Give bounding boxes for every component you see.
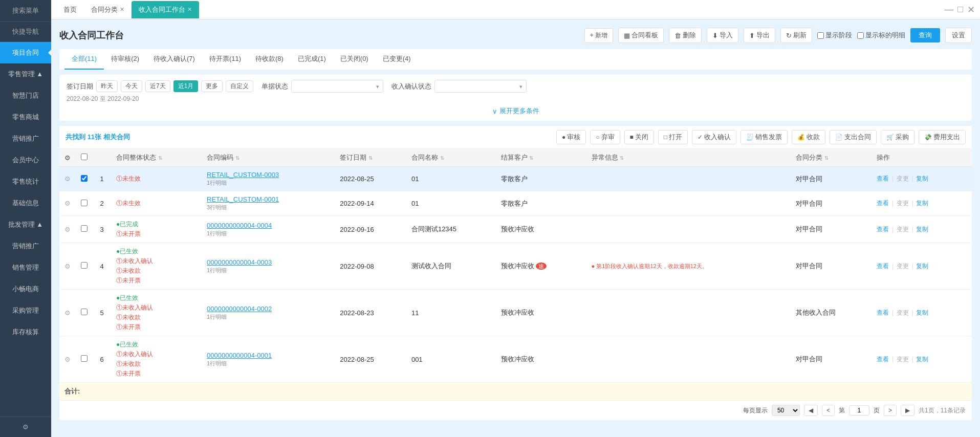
status-tab-pending_confirm[interactable]: 待收入确认(7) <box>146 49 202 70</box>
code-link-2[interactable]: 0000000000004-0004 <box>207 222 272 229</box>
op-查看-3[interactable]: 查看 <box>877 263 889 270</box>
row-checkbox-1[interactable] <box>81 200 88 206</box>
sidebar-item-retailstat[interactable]: 零售统计 <box>0 171 51 192</box>
sort-status-icon[interactable]: ⇅ <box>158 155 162 161</box>
sidebar-item-sales[interactable]: 销售管理 <box>0 257 51 278</box>
action-btn-expense_out[interactable]: 📄支出合同 <box>830 130 877 144</box>
op-变更-5[interactable]: 变更 <box>897 356 909 363</box>
show-detail-checkbox[interactable]: 显示标的明细 <box>857 31 905 40</box>
op-复制-1[interactable]: 复制 <box>916 200 928 207</box>
op-复制-0[interactable]: 复制 <box>916 175 928 182</box>
page-input[interactable] <box>849 405 869 416</box>
next-page-btn[interactable]: > <box>884 405 897 416</box>
row-checkbox-4[interactable] <box>81 309 88 315</box>
op-查看-4[interactable]: 查看 <box>877 309 889 316</box>
op-查看-5[interactable]: 查看 <box>877 356 889 363</box>
code-link-0[interactable]: RETAIL_CUSTOM-0003 <box>207 171 279 179</box>
sidebar-item-marketing[interactable]: 营销推广 <box>0 128 51 149</box>
row-checkbox-3[interactable] <box>81 262 88 269</box>
code-link-5[interactable]: 0000000000004-0001 <box>207 352 272 359</box>
row-checkbox-0[interactable] <box>81 175 88 182</box>
gear-icon[interactable]: ⚙ <box>64 226 71 233</box>
income-confirm-select[interactable] <box>434 80 527 93</box>
show-stage-checkbox[interactable]: 显示阶段 <box>817 31 852 40</box>
row-gear-4[interactable]: ⚙ <box>59 290 76 336</box>
setting-button[interactable]: 设置 <box>945 28 972 43</box>
sort-customer-icon[interactable]: ⇅ <box>529 155 533 161</box>
row-gear-5[interactable]: ⚙ <box>59 336 76 383</box>
row-gear-1[interactable]: ⚙ <box>59 191 76 216</box>
gear-icon[interactable]: ⚙ <box>64 263 71 270</box>
export-button[interactable]: ⬆ 导出 <box>744 28 775 43</box>
gear-icon[interactable]: ⚙ <box>64 175 71 183</box>
row-gear-2[interactable]: ⚙ <box>59 216 76 243</box>
status-tab-pending_invoice[interactable]: 待开票(11) <box>202 49 248 70</box>
sidebar-quicknav[interactable]: 快捷导航 <box>0 22 51 42</box>
last-page-btn[interactable]: ▶ <box>901 405 914 416</box>
op-查看-0[interactable]: 查看 <box>877 175 889 182</box>
doc-status-select[interactable] <box>291 80 383 93</box>
op-查看-2[interactable]: 查看 <box>877 226 889 233</box>
tab-contract-category[interactable]: 合同分类 ✕ <box>84 1 132 18</box>
status-tab-pending_review[interactable]: 待审核(2) <box>104 49 146 70</box>
window-close-icon[interactable]: ✕ <box>967 4 975 15</box>
sidebar-item-inventory[interactable]: 库存核算 <box>0 321 51 343</box>
code-link-3[interactable]: 0000000000004-0003 <box>207 258 272 266</box>
row-gear-3[interactable]: ⚙ <box>59 243 76 290</box>
action-btn-abandon[interactable]: ○弃审 <box>590 130 620 144</box>
status-tab-completed[interactable]: 已完成(1) <box>291 49 333 70</box>
op-变更-2[interactable]: 变更 <box>897 226 909 233</box>
sidebar-item-project[interactable]: 项目合同 <box>0 42 51 63</box>
row-gear-0[interactable]: ⚙ <box>59 167 76 191</box>
op-变更-4[interactable]: 变更 <box>897 309 909 316</box>
status-tab-closed[interactable]: 已关闭(0) <box>333 49 376 70</box>
sidebar-item-ecommerce[interactable]: 零售商城 <box>0 106 51 128</box>
sort-category-icon[interactable]: ⇅ <box>824 155 829 161</box>
sidebar-item-member[interactable]: 会员中心 <box>0 149 51 171</box>
action-btn-close[interactable]: ■关闭 <box>624 130 654 144</box>
query-button[interactable]: 查询 <box>910 28 940 42</box>
date-btn-last7[interactable]: 近7天 <box>145 80 170 92</box>
gear-icon[interactable]: ⚙ <box>64 356 71 363</box>
prev-page-btn[interactable]: < <box>822 405 835 416</box>
action-btn-sales_invoice[interactable]: 🧾销售发票 <box>741 130 788 144</box>
sidebar-item-baseinfo[interactable]: 基础信息 <box>0 192 51 214</box>
date-btn-custom[interactable]: 自定义 <box>226 80 253 92</box>
action-btn-expense[interactable]: 💸费用支出 <box>919 130 966 144</box>
action-btn-open[interactable]: □打开 <box>658 130 688 144</box>
action-btn-purchase[interactable]: 🛒采购 <box>881 130 914 144</box>
status-tab-changed[interactable]: 已变更(4) <box>376 49 418 70</box>
sort-code-icon[interactable]: ⇅ <box>235 155 239 161</box>
code-link-1[interactable]: RETAIL_CUSTOM-0001 <box>207 195 279 203</box>
row-checkbox-5[interactable] <box>81 355 88 362</box>
sidebar-search[interactable]: 搜索菜单 <box>0 0 51 22</box>
action-btn-payment[interactable]: 💰收款 <box>792 130 825 144</box>
sidebar-item-retail[interactable]: 零售管理 ▲ <box>0 63 51 85</box>
row-checkbox-2[interactable] <box>81 225 88 232</box>
tab-close-contract-category[interactable]: ✕ <box>120 6 124 13</box>
op-变更-0[interactable]: 变更 <box>897 175 909 182</box>
sidebar-item-xiaochangec[interactable]: 小畅电商 <box>0 278 51 300</box>
date-btn-today[interactable]: 今天 <box>121 80 142 92</box>
status-tab-pending_payment[interactable]: 待收款(8) <box>248 49 291 70</box>
minimize-icon[interactable]: — <box>944 4 953 15</box>
per-page-select[interactable]: 102050100 <box>772 405 800 416</box>
sidebar-item-smartstore[interactable]: 智慧门店 <box>0 85 51 106</box>
action-btn-review[interactable]: ●审核 <box>556 130 586 144</box>
select-all-checkbox[interactable] <box>81 154 88 160</box>
op-变更-1[interactable]: 变更 <box>897 200 909 207</box>
op-复制-4[interactable]: 复制 <box>916 309 928 316</box>
date-btn-more[interactable]: 更多 <box>201 80 223 92</box>
action-btn-income_confirm[interactable]: ✓收入确认 <box>692 130 736 144</box>
sidebar-item-mkt2[interactable]: 营销推广 <box>0 235 51 257</box>
expand-more-btn[interactable]: ∨ 展开更多条件 <box>67 106 965 116</box>
sidebar-item-wholesale[interactable]: 批发管理 ▲ <box>0 214 51 235</box>
sort-date-icon[interactable]: ⇅ <box>368 155 373 161</box>
sort-exception-icon[interactable]: ⇅ <box>620 155 624 161</box>
gear-icon[interactable]: ⚙ <box>64 200 71 207</box>
tab-close-income-workbench[interactable]: ✕ <box>187 6 192 13</box>
status-tab-all[interactable]: 全部(11) <box>64 49 104 70</box>
op-复制-2[interactable]: 复制 <box>916 226 928 233</box>
gear-icon[interactable]: ⚙ <box>64 309 71 317</box>
op-查看-1[interactable]: 查看 <box>877 200 889 207</box>
